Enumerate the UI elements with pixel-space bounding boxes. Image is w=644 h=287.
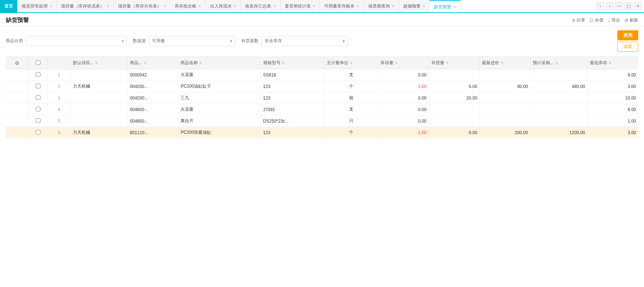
td-replenish: 6.00 [429, 127, 480, 138]
td-check [29, 69, 48, 81]
td-unit: 支 [324, 69, 378, 81]
category-select[interactable]: ▾ [26, 36, 127, 46]
th-supplier[interactable]: 默认供应... ⇅ [70, 57, 127, 69]
query-button[interactable]: 查询 [617, 30, 638, 40]
th-sort-name[interactable]: 商品名称 ⇅ [180, 60, 258, 66]
row-checkbox-5[interactable] [36, 130, 40, 134]
window-maximize-button[interactable]: ▢ [625, 2, 632, 10]
td-name: PC200油缸缸子 [178, 81, 261, 92]
replenish-base-select-value: 安全库存 [265, 38, 343, 44]
tab-item-demand-stats[interactable]: 要货单统计表× [280, 0, 320, 12]
datasource-select[interactable]: 可用量 ▾ [149, 36, 235, 46]
th-sort-min_stock[interactable]: 最低库存 ⇅ [590, 60, 636, 66]
tab-close-inventory-dist[interactable]: × [164, 4, 166, 8]
tab-item-exception[interactable]: 拣货异常处理× [17, 0, 57, 12]
tab-label: 可用量库存账本 [324, 3, 354, 9]
sort-icon-code: ⇅ [144, 61, 147, 65]
th-sort-code[interactable]: 商品... ⇅ [130, 60, 176, 66]
td-check [29, 104, 48, 115]
tab-item-receive-summary[interactable]: 收发存汇总表× [241, 0, 280, 12]
td-index: 4 [48, 104, 70, 115]
tab-next-button[interactable]: › [606, 2, 614, 10]
td-spec: 123 [261, 81, 324, 92]
th-spec[interactable]: 规格型号 ⇅ [261, 57, 324, 69]
tab-close-batch-account[interactable]: × [199, 4, 201, 8]
tab-item-inventory-status[interactable]: 现存量（库存状况表）× [57, 0, 113, 12]
td-unit: 个 [324, 127, 378, 138]
tab-item-available-ledger[interactable]: 可用量库存账本× [320, 0, 364, 12]
td-unit: 箱 [324, 92, 378, 104]
table-row: 10000042火花塞SS816支0.008.00 [6, 69, 638, 81]
tab-item-inout-flow[interactable]: 出入库流水× [206, 0, 241, 12]
table-row: 3004200...三九123箱0.0020.0010.00 [6, 92, 638, 104]
sort-icon-replenish: ⇅ [446, 61, 449, 65]
td-latest_price: 80.00 [480, 81, 531, 92]
tab-close-expiry-query[interactable]: × [392, 4, 394, 8]
tab-close-available-ledger[interactable]: × [357, 4, 359, 8]
tab-item-home[interactable]: 首页 [0, 0, 17, 12]
th-stock[interactable]: 库存量 ⇅ [378, 57, 429, 69]
tab-close-inventory-status[interactable]: × [106, 4, 109, 8]
td-name: 离合片 [178, 115, 261, 127]
th-sort-spec[interactable]: 规格型号 ⇅ [263, 60, 322, 66]
tab-label: 首页 [4, 3, 13, 9]
sort-icon-est_purchase: ⇅ [555, 61, 558, 65]
window-close-button[interactable]: × [634, 2, 642, 10]
td-name: 火花塞 [178, 69, 261, 81]
td-min_stock: 1.00 [587, 115, 638, 127]
row-checkbox-2[interactable] [36, 95, 40, 100]
th-replenish[interactable]: 补货量 ⇅ [429, 57, 480, 69]
td-index: 5 [48, 115, 70, 127]
share-button[interactable]: ⎘ 分享 [573, 17, 585, 23]
replenish-button[interactable]: ☐ 补货 [589, 17, 604, 23]
th-sort-supplier[interactable]: 默认供应... ⇅ [73, 60, 125, 66]
gear-icon[interactable]: ⚙ [15, 60, 19, 66]
th-sort-latest_price[interactable]: 最新进价 ⇅ [482, 60, 528, 66]
th-name[interactable]: 商品名称 ⇅ [178, 57, 261, 69]
th-unit[interactable]: 主计量单位 ⇅ [324, 57, 378, 69]
td-min_stock: 3.00 [587, 127, 638, 138]
tab-close-inout-flow[interactable]: × [234, 4, 236, 8]
td-spec: 123 [261, 92, 324, 104]
th-label-spec: 规格型号 [263, 60, 280, 66]
th-min_stock[interactable]: 最低库存 ⇅ [587, 57, 638, 69]
replenish-icon: ☐ [589, 18, 593, 23]
td-est_purchase [530, 104, 587, 115]
settings-button[interactable]: 设置 [617, 42, 638, 52]
th-sort-est_purchase[interactable]: 预计采购... ⇅ [533, 60, 585, 66]
td-latest_price: 200.00 [480, 127, 531, 138]
tab-item-batch-account[interactable]: 库存批次账× [170, 0, 205, 12]
tab-item-inventory-dist[interactable]: 现存量（库存分布表）× [114, 0, 170, 12]
th-sort-stock[interactable]: 库存量 ⇅ [380, 60, 427, 66]
td-latest_price [480, 69, 531, 81]
th-latest_price[interactable]: 最新进价 ⇅ [480, 57, 531, 69]
tab-item-expiry-query[interactable]: 保质期查询× [364, 0, 399, 12]
select-all-checkbox[interactable] [36, 60, 40, 65]
tab-close-overstock-warning[interactable]: × [423, 4, 425, 8]
tab-prev-button[interactable]: ‹ [596, 2, 604, 10]
refresh-button[interactable]: ↺ 刷新 [625, 17, 638, 23]
row-checkbox-3[interactable] [36, 107, 40, 111]
td-check [29, 115, 48, 127]
tab-close-shortage-warning[interactable]: × [453, 5, 456, 9]
sort-icon-latest_price: ⇅ [501, 61, 504, 65]
th-est_purchase[interactable]: 预计采购... ⇅ [530, 57, 587, 69]
row-checkbox-4[interactable] [36, 118, 40, 123]
tab-close-receive-summary[interactable]: × [273, 4, 275, 8]
th-code[interactable]: 商品... ⇅ [127, 57, 178, 69]
tab-item-shortage-warning[interactable]: 缺货预警× [430, 0, 460, 12]
tab-close-exception[interactable]: × [50, 4, 52, 8]
tab-label: 收发存汇总表 [245, 3, 271, 9]
td-spec: SS816 [261, 69, 324, 81]
row-checkbox-0[interactable] [36, 72, 40, 77]
replenish-base-select[interactable]: 安全库存 ▾ [261, 36, 348, 46]
window-minimize-button[interactable]: — [615, 2, 623, 10]
datasource-select-value: 可用量 [152, 38, 230, 44]
th-sort-replenish[interactable]: 补货量 ⇅ [431, 60, 478, 66]
th-sort-unit[interactable]: 主计量单位 ⇅ [327, 60, 376, 66]
tab-close-demand-stats[interactable]: × [313, 4, 315, 8]
tab-item-overstock-warning[interactable]: 超储预警× [399, 0, 430, 12]
refresh-icon: ↺ [625, 18, 628, 23]
export-button[interactable]: ↓ 导出 [608, 17, 620, 23]
row-checkbox-1[interactable] [36, 84, 40, 88]
